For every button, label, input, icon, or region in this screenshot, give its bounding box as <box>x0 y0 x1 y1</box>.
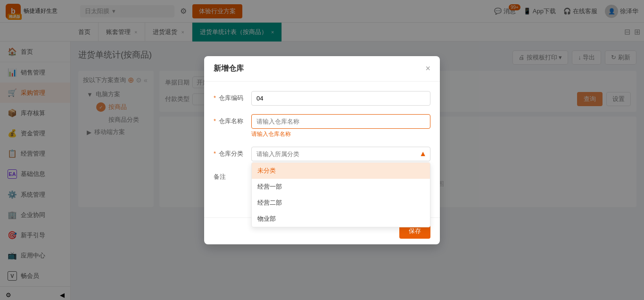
form-row-name: 仓库名称 请输入仓库名称 <box>214 114 430 138</box>
dialog-body: 仓库编码 仓库名称 请输入仓库名称 仓库分类 <box>204 82 440 217</box>
classify-option-op2[interactable]: 经营二部 <box>252 195 430 211</box>
name-input[interactable] <box>251 114 430 129</box>
dialog-title: 新增仓库 <box>214 64 244 74</box>
classify-option-none[interactable]: 未分类 <box>252 163 430 179</box>
name-field-wrap: 请输入仓库名称 <box>251 114 430 138</box>
classify-label: 仓库分类 <box>214 147 251 158</box>
add-warehouse-dialog: 新增仓库 × 仓库编码 仓库名称 请输入仓库名称 <box>204 56 440 244</box>
classify-option-op1[interactable]: 经营一部 <box>252 179 430 195</box>
code-field-wrap <box>251 91 430 106</box>
classify-option-op3[interactable]: 物业部 <box>252 211 430 227</box>
form-row-classify: 仓库分类 ▲ 未分类 经营一部 经营二部 物业部 <box>214 147 430 161</box>
classify-dropdown: 未分类 经营一部 经营二部 物业部 <box>251 162 430 227</box>
remark-label: 备注 <box>214 170 251 181</box>
name-error-message: 请输入仓库名称 <box>251 130 430 138</box>
dialog-header: 新增仓库 × <box>204 56 440 82</box>
classify-input[interactable] <box>251 147 430 161</box>
modal-backdrop: 新增仓库 × 仓库编码 仓库名称 请输入仓库名称 <box>0 0 644 300</box>
code-label: 仓库编码 <box>214 91 251 102</box>
form-row-code: 仓库编码 <box>214 91 430 106</box>
classify-field-wrap: ▲ 未分类 经营一部 经营二部 物业部 <box>251 147 430 161</box>
code-input[interactable] <box>251 91 430 106</box>
dialog-close-icon[interactable]: × <box>425 64 430 74</box>
name-label: 仓库名称 <box>214 114 251 125</box>
classify-arrow-icon[interactable]: ▲ <box>419 150 427 158</box>
